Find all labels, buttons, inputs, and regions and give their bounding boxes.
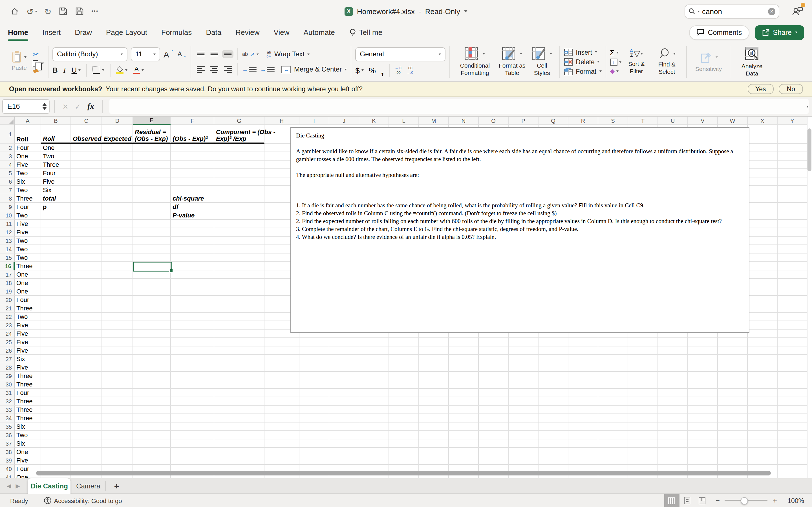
cell-M36[interactable] (419, 431, 449, 439)
cell-V35[interactable] (688, 422, 718, 431)
cell-B1[interactable]: Roll (41, 125, 71, 144)
tab-data[interactable]: Data (206, 28, 221, 37)
cell-T33[interactable] (628, 406, 658, 414)
cell-F24[interactable] (171, 330, 214, 338)
cell-J36[interactable] (329, 431, 359, 439)
cell-F5[interactable] (171, 169, 214, 177)
cell-K36[interactable] (359, 431, 389, 439)
cell-E30[interactable] (133, 380, 171, 389)
cell-X12[interactable] (748, 228, 777, 237)
row-header-28[interactable]: 28 (0, 363, 15, 372)
cell-D22[interactable] (102, 313, 133, 321)
cell-D8[interactable] (102, 194, 133, 203)
cell-E29[interactable] (133, 372, 171, 380)
row-header-25[interactable]: 25 (0, 338, 15, 346)
increase-font-button[interactable]: A⌃ (163, 49, 174, 59)
cell-D19[interactable] (102, 287, 133, 296)
cell-K33[interactable] (359, 406, 389, 414)
sheet-next-icon[interactable]: ▶ (15, 483, 20, 489)
cell-F19[interactable] (171, 287, 214, 296)
cell-A7[interactable]: Two (15, 186, 41, 194)
cell-F1[interactable]: (Obs - Exp)² (171, 125, 214, 144)
cell-A14[interactable]: Two (15, 245, 41, 253)
cell-E10[interactable] (133, 211, 171, 220)
cell-R37[interactable] (568, 439, 598, 448)
cell-Y2[interactable] (777, 144, 808, 152)
cell-B28[interactable] (41, 363, 71, 372)
cell-C32[interactable] (71, 397, 102, 406)
cell-O28[interactable] (479, 363, 509, 372)
row-header-8[interactable]: 8 (0, 194, 15, 203)
cell-D14[interactable] (102, 245, 133, 253)
cell-A28[interactable]: Five (15, 363, 41, 372)
cell-I27[interactable] (299, 355, 329, 363)
cell-D23[interactable] (102, 321, 133, 330)
cell-A29[interactable]: Three (15, 372, 41, 380)
cell-K31[interactable] (359, 389, 389, 397)
cell-F35[interactable] (171, 422, 214, 431)
cell-O26[interactable] (479, 346, 509, 355)
cell-I39[interactable] (299, 456, 329, 465)
cell-X22[interactable] (748, 313, 777, 321)
cell-T39[interactable] (628, 456, 658, 465)
cell-B18[interactable] (41, 279, 71, 287)
cell-E23[interactable] (133, 321, 171, 330)
cell-W31[interactable] (718, 389, 748, 397)
cell-A13[interactable]: Two (15, 237, 41, 245)
cell-C11[interactable] (71, 220, 102, 228)
column-header-W[interactable]: W (718, 117, 748, 125)
cell-F7[interactable] (171, 186, 214, 194)
align-left-button[interactable] (195, 64, 207, 74)
cell-W37[interactable] (718, 439, 748, 448)
cell-V26[interactable] (688, 346, 718, 355)
cell-D33[interactable] (102, 406, 133, 414)
cell-F4[interactable] (171, 161, 214, 169)
row-header-36[interactable]: 36 (0, 431, 15, 439)
cell-A21[interactable]: Three (15, 304, 41, 313)
cell-K25[interactable] (359, 338, 389, 346)
cell-F12[interactable] (171, 228, 214, 237)
cell-D32[interactable] (102, 397, 133, 406)
cell-K30[interactable] (359, 380, 389, 389)
cell-E15[interactable] (133, 253, 171, 262)
more-commands-button[interactable]: ••• (91, 9, 98, 14)
cell-E34[interactable] (133, 414, 171, 422)
cell-O33[interactable] (479, 406, 509, 414)
column-header-N[interactable]: N (449, 117, 479, 125)
cell-U26[interactable] (658, 346, 688, 355)
cell-D7[interactable] (102, 186, 133, 194)
cell-A1[interactable]: Roll (15, 125, 41, 144)
cell-Y13[interactable] (777, 237, 808, 245)
cell-A36[interactable]: Two (15, 431, 41, 439)
cell-C28[interactable] (71, 363, 102, 372)
cell-Y35[interactable] (777, 422, 808, 431)
cell-C36[interactable] (71, 431, 102, 439)
row-header-35[interactable]: 35 (0, 422, 15, 431)
cell-B20[interactable] (41, 296, 71, 304)
cell-R29[interactable] (568, 372, 598, 380)
cell-C16[interactable] (71, 262, 102, 270)
cell-F23[interactable] (171, 321, 214, 330)
cell-C30[interactable] (71, 380, 102, 389)
cell-B31[interactable] (41, 389, 71, 397)
row-header-14[interactable]: 14 (0, 245, 15, 253)
comments-button[interactable]: Comments (689, 25, 749, 40)
cell-B37[interactable] (41, 439, 71, 448)
cell-T28[interactable] (628, 363, 658, 372)
cell-G24[interactable] (214, 330, 264, 338)
cell-C37[interactable] (71, 439, 102, 448)
column-header-C[interactable]: C (71, 117, 102, 125)
cell-J39[interactable] (329, 456, 359, 465)
cell-Y22[interactable] (777, 313, 808, 321)
cell-P36[interactable] (509, 431, 539, 439)
cell-D39[interactable] (102, 456, 133, 465)
tab-automate[interactable]: Automate (303, 28, 335, 37)
page-break-view-button[interactable] (695, 494, 710, 507)
cell-W30[interactable] (718, 380, 748, 389)
cell-B9[interactable]: p (41, 203, 71, 211)
row-header-37[interactable]: 37 (0, 439, 15, 448)
cell-E28[interactable] (133, 363, 171, 372)
currency-button[interactable]: $ (355, 66, 364, 75)
cell-D35[interactable] (102, 422, 133, 431)
cell-Y11[interactable] (777, 220, 808, 228)
